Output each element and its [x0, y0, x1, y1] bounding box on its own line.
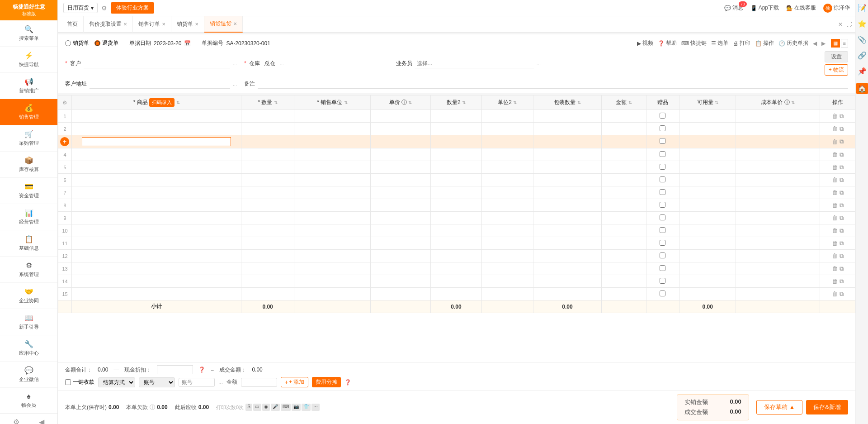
warehouse-dots[interactable]: ...	[280, 61, 284, 66]
sales_unit-cell-15[interactable]	[294, 288, 371, 300]
unit_price-cell-12[interactable]	[371, 250, 431, 262]
unit_price-cell-1[interactable]	[371, 110, 431, 123]
qty2-cell-5[interactable]	[430, 161, 481, 174]
available-cell-3[interactable]	[679, 135, 736, 148]
qty-cell-11[interactable]	[241, 237, 294, 250]
qty2-cell-8[interactable]	[430, 199, 481, 212]
qty2-cell-14[interactable]	[430, 275, 481, 288]
unit2-cell-7[interactable]	[482, 186, 533, 199]
help-btn[interactable]: ❓ 帮助	[658, 39, 677, 47]
history-btn[interactable]: 🕐 历史单据	[778, 39, 808, 47]
amount-cell-2[interactable]	[602, 123, 646, 135]
pack_qty-cell-1[interactable]	[533, 110, 602, 123]
unit2-cell-8[interactable]	[482, 199, 533, 212]
unit2-cell-6[interactable]	[482, 174, 533, 186]
goods-cell-12[interactable]	[72, 250, 241, 262]
gift-checkbox-10[interactable]	[660, 227, 665, 233]
cost-cell-13[interactable]	[736, 262, 820, 275]
gift-checkbox-5[interactable]	[660, 164, 665, 170]
goods-cell-5[interactable]	[72, 161, 241, 174]
unit2-cell-9[interactable]	[482, 212, 533, 224]
gift-checkbox-15[interactable]	[660, 291, 665, 296]
qty-cell-14[interactable]	[241, 275, 294, 288]
save-new-button[interactable]: 保存&新增	[806, 400, 848, 414]
available-cell-2[interactable]	[679, 123, 736, 135]
delete-row-icon-13[interactable]: 🗑	[832, 265, 838, 272]
copy-row-icon-2[interactable]: ⧉	[840, 125, 844, 133]
calc-method-select[interactable]: 结算方式	[98, 377, 135, 387]
pack_qty-cell-2[interactable]	[533, 123, 602, 135]
amount-sort-icon[interactable]: ⇅	[628, 100, 632, 105]
unit_price-cell-9[interactable]	[371, 212, 431, 224]
sales_unit-cell-10[interactable]	[294, 224, 371, 237]
avail-sort-icon[interactable]: ⇅	[715, 100, 718, 105]
unit2-cell-12[interactable]	[482, 250, 533, 262]
gift-checkbox-12[interactable]	[660, 252, 665, 258]
add-payment-button[interactable]: + + 添加	[281, 377, 308, 387]
gift-checkbox-2[interactable]	[660, 125, 665, 131]
qty2-cell-4[interactable]	[430, 148, 481, 161]
tab-close-4[interactable]: ✕	[233, 21, 237, 26]
account-input[interactable]	[179, 378, 215, 387]
amount-cell-5[interactable]	[602, 161, 646, 174]
gift-checkbox-1[interactable]	[660, 113, 665, 119]
qty-cell-13[interactable]	[241, 262, 294, 275]
sales_unit-cell-11[interactable]	[294, 237, 371, 250]
available-cell-7[interactable]	[679, 186, 736, 199]
sidebar-item-4[interactable]: 🛒 采购管理	[0, 125, 57, 152]
cost-cell-11[interactable]	[736, 237, 820, 250]
goods-cell-11[interactable]	[72, 237, 241, 250]
unit_price-cell-10[interactable]	[371, 224, 431, 237]
qty-cell-10[interactable]	[241, 224, 294, 237]
available-cell-10[interactable]	[679, 224, 736, 237]
qty2-cell-10[interactable]	[430, 224, 481, 237]
qty-cell-7[interactable]	[241, 186, 294, 199]
price-sort-icon[interactable]: ⇅	[408, 100, 412, 105]
available-cell-6[interactable]	[679, 174, 736, 186]
cost-cell-7[interactable]	[736, 186, 820, 199]
copy-row-icon-6[interactable]: ⧉	[840, 176, 844, 184]
sidebar-item-6[interactable]: 💳 资金管理	[0, 178, 57, 204]
pack_qty-cell-3[interactable]	[533, 135, 602, 148]
goods-cell-1[interactable]	[72, 110, 241, 123]
qty2-cell-2[interactable]	[430, 123, 481, 135]
unit_price-cell-3[interactable]	[371, 135, 431, 148]
gift-checkbox-3[interactable]	[660, 138, 665, 144]
unit_price-cell-2[interactable]	[371, 123, 431, 135]
next-record-icon[interactable]: ▶	[821, 40, 826, 47]
unit_price-cell-6[interactable]	[371, 174, 431, 186]
unit2-cell-13[interactable]	[482, 262, 533, 275]
qty2-cell-9[interactable]	[430, 212, 481, 224]
goods-input-3[interactable]	[82, 137, 231, 146]
copy-row-icon-7[interactable]: ⧉	[840, 189, 844, 196]
remark-input[interactable]	[258, 79, 848, 89]
right-panel-pin-icon[interactable]: 📌	[858, 67, 867, 76]
tab-0[interactable]: 首页	[61, 16, 84, 33]
add-row-btn[interactable]: +	[60, 137, 69, 146]
delete-row-icon-4[interactable]: 🗑	[832, 151, 838, 158]
tab-4[interactable]: 销货退货✕	[204, 16, 243, 33]
app-download-button[interactable]: 📱 App下载	[750, 4, 779, 12]
customer-input[interactable]	[84, 59, 230, 68]
print-btn[interactable]: 🖨 打印	[733, 39, 750, 47]
gift-checkbox-4[interactable]	[660, 151, 665, 157]
daily-select[interactable]: 日用百货 ▾	[63, 3, 98, 13]
copy-row-icon-4[interactable]: ⧉	[840, 151, 844, 158]
scan-input-btn[interactable]: 扫码录入	[149, 98, 175, 107]
amount-input[interactable]	[241, 378, 277, 387]
sidebar-item-1[interactable]: ⚡ 快捷导航	[0, 47, 57, 73]
sidebar-item-8[interactable]: 📋 基础信息	[0, 230, 57, 257]
tab-close-2[interactable]: ✕	[162, 22, 165, 27]
qty-cell-9[interactable]	[241, 212, 294, 224]
goods-cell-9[interactable]	[72, 212, 241, 224]
sales_unit-cell-9[interactable]	[294, 212, 371, 224]
qty-cell-2[interactable]	[241, 123, 294, 135]
goods-cell-4[interactable]	[72, 148, 241, 161]
tab-2[interactable]: 销售订单✕	[133, 16, 171, 33]
unit_price-cell-5[interactable]	[371, 161, 431, 174]
sales_unit-cell-8[interactable]	[294, 199, 371, 212]
delete-row-icon-1[interactable]: 🗑	[832, 113, 838, 119]
unit2-sort-icon[interactable]: ⇅	[513, 100, 517, 105]
qty2-cell-12[interactable]	[430, 250, 481, 262]
expense-split-button[interactable]: 费用分摊	[312, 377, 341, 387]
